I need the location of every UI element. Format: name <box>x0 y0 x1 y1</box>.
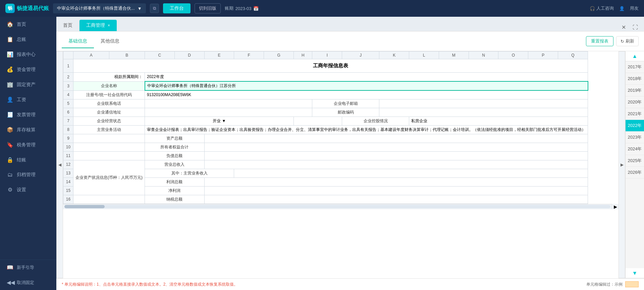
year-2021[interactable]: 2021年 <box>626 108 644 120</box>
year-2025[interactable]: 2025年 <box>626 155 644 167</box>
sidebar: 🏠 首页 📋 总账 📊 报表中心 💰 资金管理 🏢 固定资产 👤 工资 🧾 发票… <box>0 17 56 290</box>
cell-7-j: 企业控股情况 <box>342 117 409 125</box>
sidebar-label-asset: 固定资产 <box>17 82 36 88</box>
refresh-button[interactable]: ↻ 刷新 <box>616 36 639 46</box>
row-num-10: 10 <box>63 143 73 151</box>
tab-home[interactable]: 首页 <box>56 20 79 31</box>
sidebar-item-ledger[interactable]: 📋 总账 <box>0 32 56 47</box>
year-2020[interactable]: 2020年 <box>626 96 644 108</box>
cell-12-e[interactable] <box>204 160 588 169</box>
cell-5-k[interactable] <box>379 99 588 108</box>
sidebar-item-salary[interactable]: 👤 工资 <box>0 92 56 107</box>
cell-16-e[interactable] <box>204 195 588 204</box>
year-2023[interactable]: 2023年 <box>626 132 644 143</box>
cell-3-c[interactable]: 中审众环会计师事务所（特殊普通合伙）江苏分所 <box>145 81 588 90</box>
bottom-bar: * 单元格编辑说明：1、点击单元格直接录入数值或文本。2、清空单元格数值或文本恢… <box>56 278 644 290</box>
user-avatar[interactable]: 👤 <box>619 6 625 11</box>
col-header-i: I <box>312 52 342 59</box>
year-2024[interactable]: 2024年 <box>626 143 644 155</box>
tab-close-icon[interactable]: ✕ <box>620 23 628 31</box>
cell-16-c: 纳税总额 <box>145 195 205 204</box>
cell-6-c[interactable] <box>145 108 312 117</box>
sidebar-item-home[interactable]: 🏠 首页 <box>0 17 56 32</box>
horizontal-scrollbar[interactable]: ▶ <box>63 204 619 209</box>
year-2022[interactable]: 2022年 <box>626 120 644 132</box>
cell-11-e[interactable] <box>204 151 588 160</box>
oldver-button[interactable]: 切到旧版 <box>195 3 221 13</box>
cell-7-l[interactable]: 私营企业 <box>409 117 588 125</box>
cell-5-c[interactable] <box>145 99 312 108</box>
cell-7-h <box>293 117 342 125</box>
row-num-15: 15 <box>63 186 73 195</box>
toolbar-right: 重置报表 ↻ 刷新 <box>586 36 639 46</box>
sidebar-item-tax[interactable]: 🔖 税务管理 <box>0 137 56 152</box>
col-header-o: O <box>498 52 528 59</box>
tab-close-button[interactable]: × <box>108 23 110 28</box>
cell-9-e[interactable] <box>204 134 588 143</box>
sidebar-item-invoice[interactable]: 🧾 发票管理 <box>0 107 56 122</box>
year-2017[interactable]: 2017年 <box>626 61 644 73</box>
row-num-6: 6 <box>63 108 73 117</box>
cell-16-ab <box>73 195 145 204</box>
col-header-h: H <box>293 52 312 59</box>
sidebar-item-asset[interactable]: 🏢 固定资产 <box>0 77 56 92</box>
cell-6-k[interactable] <box>379 108 588 117</box>
cell-2-c[interactable]: 2022年度 <box>145 73 588 82</box>
sidebar-label-invoice: 发票管理 <box>17 112 36 118</box>
sidebar-item-guide[interactable]: 📖 新手引导 <box>0 260 56 275</box>
cell-7-ab: 企业经营状态 <box>73 117 145 125</box>
cell-2-ab[interactable]: 税款所属期间： <box>73 73 145 82</box>
year-nav-down[interactable]: ▼ <box>626 268 644 278</box>
cell-9-ab <box>73 134 145 143</box>
sidebar-item-unpin[interactable]: ◀◀ 取消固定 <box>0 275 56 290</box>
cell-8-ab: 主营业务活动 <box>73 125 145 134</box>
scroll-right-button[interactable]: ▶ <box>619 51 625 278</box>
tab-active[interactable]: 工商管理 × <box>79 20 117 31</box>
sub-tab-other[interactable]: 其他信息 <box>94 35 126 48</box>
cell-10-e[interactable] <box>204 143 588 151</box>
year-2026[interactable]: 2026年 <box>626 167 644 178</box>
col-header-m: M <box>439 52 469 59</box>
sidebar-item-close[interactable]: 🔒 结账 <box>0 152 56 167</box>
cell-7-c[interactable]: 开业 ▼ <box>145 117 294 125</box>
reset-button[interactable]: 重置报表 <box>586 36 613 46</box>
cell-4-c[interactable]: 91320100MA208E5W6K <box>145 90 588 99</box>
sheet-container[interactable]: A B C D E F G H I J K L M <box>63 51 619 278</box>
sidebar-label-tax: 税务管理 <box>17 142 36 148</box>
cell-8-c[interactable]: 审查企业会计报表；出具审计报告；验证企业资本；出具验资报告；办理企业合并、分立、… <box>145 125 588 134</box>
cell-9-c: 资产总额 <box>145 134 205 143</box>
row-num-13: 13 <box>63 169 73 177</box>
year-2018[interactable]: 2018年 <box>626 73 644 85</box>
sidebar-label-close: 结账 <box>17 157 26 163</box>
scroll-thumb[interactable] <box>64 205 105 208</box>
topbar: 畅 畅捷通易代账 中审众环会计师事务所（特殊普通合伙... ▼ ⧉ 工作台 切到… <box>0 0 644 17</box>
year-2019[interactable]: 2019年 <box>626 85 644 96</box>
year-nav-up[interactable]: ▲ <box>626 51 644 61</box>
sidebar-item-settings[interactable]: ⚙ 设置 <box>0 182 56 197</box>
workbench-button[interactable]: 工作台 <box>163 3 191 13</box>
unpin-icon: ◀◀ <box>7 279 13 286</box>
row-num-14: 14 <box>63 177 73 186</box>
sidebar-item-fund[interactable]: 💰 资金管理 <box>0 62 56 77</box>
scroll-right-small[interactable]: ▶ <box>612 204 619 209</box>
tab-expand-icon[interactable]: ⛶ <box>631 24 640 31</box>
sidebar-item-inventory[interactable]: 📦 库存核算 <box>0 122 56 137</box>
calendar-icon[interactable]: 📅 <box>253 6 259 11</box>
sub-tab-basic[interactable]: 基础信息 <box>62 35 94 48</box>
support-button[interactable]: 🎧 人工咨询 <box>590 5 614 11</box>
hint-text: * 单元格编辑说明：1、点击单元格直接录入数值或文本。2、清空单元格数值或文本恢… <box>62 282 238 287</box>
col-header-n: N <box>469 52 498 59</box>
cell-13-f[interactable] <box>234 169 588 177</box>
cell-15-c: 净利润 <box>145 186 205 195</box>
title-cell[interactable]: 工商年报信息表 <box>73 59 588 73</box>
company-selector[interactable]: 中审众环会计师事务所（特殊普通合伙... ▼ <box>53 3 146 13</box>
cell-15-e[interactable] <box>204 186 588 195</box>
row-num-8: 8 <box>63 125 73 134</box>
ledger-icon: 📋 <box>7 36 13 43</box>
scroll-left-button[interactable]: ◀ <box>56 51 63 278</box>
sidebar-item-report[interactable]: 📊 报表中心 <box>0 47 56 62</box>
topbar-right: 🎧 人工咨询 👤 用友 <box>590 5 639 11</box>
sidebar-item-archive[interactable]: 🗂 归档管理 <box>0 167 56 182</box>
cell-14-e[interactable] <box>204 177 588 186</box>
copy-icon[interactable]: ⧉ <box>150 4 159 13</box>
